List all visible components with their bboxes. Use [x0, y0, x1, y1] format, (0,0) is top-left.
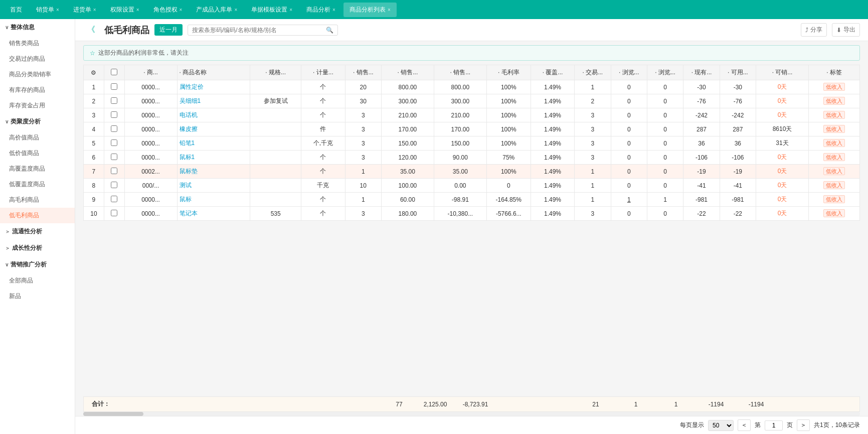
- sidebar-item-low-margin[interactable]: 低毛利商品: [0, 208, 75, 223]
- nav-close-icon[interactable]: ×: [289, 7, 292, 13]
- row-view1: 0: [611, 94, 647, 108]
- row-name[interactable]: 铅笔1: [177, 136, 250, 151]
- sidebar-group-circulation[interactable]: ＞ 流通性分析: [0, 223, 75, 240]
- sidebar-item-sales-goods[interactable]: 销售类商品: [0, 36, 75, 51]
- row-name[interactable]: 鼠标1: [177, 151, 250, 165]
- collapse-sidebar-button[interactable]: 《: [83, 25, 99, 35]
- data-table-wrapper[interactable]: ⚙ · 商... · 商品名称 · 规格... · 计量... · 销售... …: [83, 65, 860, 396]
- row-name[interactable]: 吴细细1: [177, 94, 250, 108]
- row-checkbox[interactable]: [104, 80, 124, 94]
- sidebar-group-cluster[interactable]: ∨ 类聚度分析: [0, 113, 75, 130]
- sidebar-item-traded-goods[interactable]: 交易过的商品: [0, 51, 75, 67]
- row-available: -106: [720, 151, 756, 165]
- row-select-checkbox[interactable]: [111, 168, 117, 174]
- nav-role-auth[interactable]: 角色授权 ×: [147, 3, 189, 17]
- sidebar-group-marketing[interactable]: ∨ 营销推广分析: [0, 256, 75, 273]
- row-checkbox[interactable]: [104, 193, 124, 207]
- col-coverage-header: · 覆盖...: [531, 65, 574, 80]
- col-view2-header: · 浏览...: [647, 65, 683, 80]
- sidebar-item-new-goods[interactable]: 新品: [0, 288, 75, 304]
- row-checkbox[interactable]: [104, 165, 124, 179]
- col-settings[interactable]: ⚙: [84, 65, 104, 80]
- row-sales-qty: 3: [345, 207, 381, 221]
- row-sales-amount: 100.00: [381, 179, 434, 193]
- row-name[interactable]: 属性定价: [177, 80, 250, 94]
- row-select-checkbox[interactable]: [111, 210, 117, 216]
- row-saleable: 0天: [756, 165, 809, 179]
- nav-close-icon[interactable]: ×: [388, 7, 391, 13]
- row-select-checkbox[interactable]: [111, 139, 117, 146]
- row-name[interactable]: 电话机: [177, 108, 250, 122]
- sidebar-item-low-value[interactable]: 低价值商品: [0, 146, 75, 161]
- horizontal-scrollbar[interactable]: [83, 412, 860, 416]
- row-sales-profit: 150.00: [434, 136, 486, 151]
- row-checkbox[interactable]: [104, 136, 124, 151]
- search-input[interactable]: [192, 27, 326, 34]
- row-checkbox[interactable]: [104, 151, 124, 165]
- sidebar-item-high-margin[interactable]: 高毛利商品: [0, 192, 75, 208]
- scrollbar-thumb[interactable]: [83, 412, 143, 416]
- nav-product-analysis-list[interactable]: 商品分析列表 ×: [343, 3, 397, 17]
- row-checkbox[interactable]: [104, 207, 124, 221]
- row-checkbox[interactable]: [104, 108, 124, 122]
- nav-purchase-order[interactable]: 进货单 ×: [67, 3, 102, 17]
- filter-recent-month-button[interactable]: 近一月: [154, 24, 183, 36]
- sidebar-group-overall[interactable]: ∨ 整体信息: [0, 19, 75, 36]
- nav-close-icon[interactable]: ×: [136, 7, 139, 13]
- sidebar-item-category-rate[interactable]: 商品分类助销率: [0, 67, 75, 82]
- share-button[interactable]: ⤴ 分享: [801, 23, 827, 37]
- nav-product-in[interactable]: 产成品入库单 ×: [190, 3, 243, 17]
- page-size-select[interactable]: 50 100 200: [708, 420, 734, 431]
- row-name[interactable]: 鼠标: [177, 193, 250, 207]
- row-name[interactable]: 鼠标垫: [177, 165, 250, 179]
- row-checkbox[interactable]: [104, 179, 124, 193]
- row-view2: 0: [647, 80, 683, 94]
- row-sales-qty: 30: [345, 94, 381, 108]
- row-sales-amount: 210.00: [381, 108, 434, 122]
- export-button[interactable]: ⬇ 导出: [832, 23, 860, 37]
- prev-page-button[interactable]: ＜: [738, 419, 751, 431]
- row-checkbox[interactable]: [104, 94, 124, 108]
- table-row: 9 0000... 鼠标 个 1 60.00 -98.91 -164.85% 1…: [84, 193, 860, 207]
- row-sales-profit: 0.00: [434, 179, 486, 193]
- sidebar-item-low-coverage[interactable]: 低覆盖度商品: [0, 177, 75, 192]
- sidebar-item-stocked-goods[interactable]: 有库存的商品: [0, 82, 75, 98]
- row-select-checkbox[interactable]: [111, 182, 117, 188]
- row-select-checkbox[interactable]: [111, 125, 117, 132]
- sidebar-item-all-goods[interactable]: 全部商品: [0, 273, 75, 288]
- row-view1[interactable]: 1: [611, 193, 647, 207]
- nav-template-settings[interactable]: 单据模板设置 ×: [245, 3, 298, 17]
- next-page-button[interactable]: ＞: [797, 419, 810, 431]
- row-select-checkbox[interactable]: [111, 111, 117, 118]
- row-available: -242: [720, 108, 756, 122]
- row-select-checkbox[interactable]: [111, 97, 117, 104]
- row-select-checkbox[interactable]: [111, 83, 117, 90]
- row-select-checkbox[interactable]: [111, 196, 117, 202]
- sidebar-item-high-value[interactable]: 高价值商品: [0, 130, 75, 146]
- sidebar-item-high-coverage[interactable]: 高覆盖度商品: [0, 161, 75, 177]
- nav-permissions[interactable]: 权限设置 ×: [104, 3, 145, 17]
- row-name[interactable]: 测试: [177, 179, 250, 193]
- col-view1-header: · 浏览...: [611, 65, 647, 80]
- row-name[interactable]: 笔记本: [177, 207, 250, 221]
- nav-home[interactable]: 首页: [4, 3, 28, 17]
- nav-sales-order[interactable]: 销货单 ×: [30, 3, 65, 17]
- nav-close-icon[interactable]: ×: [56, 7, 59, 13]
- row-spec: [250, 179, 301, 193]
- row-checkbox[interactable]: [104, 122, 124, 136]
- nav-close-icon[interactable]: ×: [180, 7, 183, 13]
- nav-product-analysis[interactable]: 商品分析 ×: [300, 3, 341, 17]
- sidebar-item-stock-capital[interactable]: 库存资金占用: [0, 98, 75, 113]
- sidebar-group-growth[interactable]: ＞ 成长性分析: [0, 240, 75, 256]
- row-name[interactable]: 橡皮擦: [177, 122, 250, 136]
- row-current-stock: 36: [683, 136, 720, 151]
- row-current-stock: -242: [683, 108, 720, 122]
- nav-close-icon[interactable]: ×: [234, 7, 237, 13]
- chevron-down-icon: ∨: [5, 25, 9, 30]
- nav-close-icon[interactable]: ×: [332, 7, 335, 13]
- search-icon[interactable]: 🔍: [326, 27, 333, 34]
- page-number-input[interactable]: [765, 420, 783, 430]
- row-select-checkbox[interactable]: [111, 154, 117, 160]
- nav-close-icon[interactable]: ×: [93, 7, 96, 13]
- select-all-checkbox[interactable]: [111, 69, 117, 75]
